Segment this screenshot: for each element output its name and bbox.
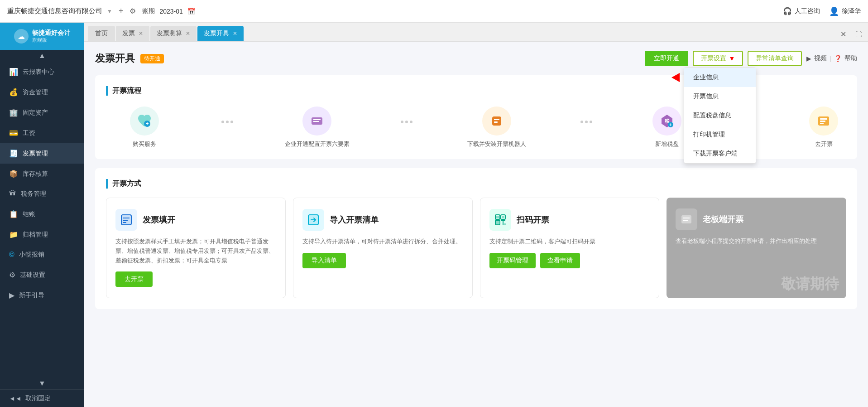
method-scan-btn2[interactable]: 查看申请 [540, 253, 580, 268]
red-arrow-icon [671, 73, 680, 82]
sidebar-item-fixed-assets[interactable]: 🏢 固定资产 [0, 102, 84, 123]
sidebar-item-archive[interactable]: 📁 归档管理 [0, 224, 84, 245]
svg-rect-14 [820, 121, 825, 122]
flow-connector-3 [533, 121, 640, 123]
method-import-desc: 支持导入待开票清单，可对待开票清单进行拆分、合并处理。 [302, 237, 463, 247]
method-manual-desc: 支持按照发票样式手工填开发票；可开具增值税电子普通发票、增值税普通发票、增值税专… [115, 237, 276, 265]
svg-rect-6 [494, 119, 499, 120]
flow-step-1: + 购买服务 [115, 107, 174, 148]
settings-icon: ⚙ [9, 271, 15, 279]
dropdown-item-printer-mgmt[interactable]: 打印机管理 [684, 125, 756, 144]
boss-watermark: 敬请期待 [781, 276, 839, 291]
company-name[interactable]: 重庆畅捷交通信息咨询有限公司 [7, 7, 102, 15]
method-card-import: 导入开票清单 支持导入待开票清单，可对待开票清单进行拆分、合并处理。 导入清单 [293, 198, 473, 298]
abnormal-list-btn[interactable]: 异常清单查询 [748, 51, 802, 66]
tab-invoice-close[interactable]: ✕ [139, 30, 143, 37]
sidebar-item-settlement[interactable]: 📋 结账 [0, 204, 84, 224]
xiaochange-icon: © [9, 251, 14, 259]
calendar-icon[interactable]: 📅 [187, 8, 195, 15]
method-boss-header: 老板端开票 [676, 208, 837, 230]
page-title-row: 发票开具 待开通 [95, 52, 164, 65]
logo-icon: ☁ [14, 29, 29, 44]
tab-invoice-issue-close[interactable]: ✕ [233, 30, 237, 37]
play-icon[interactable]: ▶ [806, 55, 811, 62]
status-badge: 待开通 [140, 54, 164, 63]
method-card-manual: 发票填开 支持按照发票样式手工填开发票；可开具增值税电子普通发票、增值税普通发票… [106, 198, 286, 298]
tab-bar-actions: ✕ ⛶ [838, 29, 864, 41]
method-manual-header: 发票填开 [115, 209, 276, 231]
settings-dropdown-menu: 企业信息 开票信息 配置税盘信息 打印机管理 [684, 68, 756, 164]
video-btn[interactable]: 视频 [814, 54, 827, 63]
inventory-icon: 📦 [9, 170, 18, 178]
cloud-report-icon: 📊 [9, 68, 18, 76]
flow-icon-3 [482, 107, 511, 136]
svg-rect-32 [681, 215, 691, 223]
sidebar-item-xiaochange[interactable]: © 小畅报销 [0, 245, 84, 265]
method-boss-icon [676, 208, 697, 230]
dropdown-item-tax-disk-config[interactable]: 配置税盘信息 [684, 106, 756, 125]
tab-invoice-issue[interactable]: 发票开具 ✕ [197, 26, 244, 41]
expand-tab-btn[interactable]: ⛶ [853, 30, 864, 39]
period-label: 账期 [142, 7, 155, 15]
dropdown-item-company-info[interactable]: 企业信息 [684, 68, 756, 87]
method-scan-btn1[interactable]: 开票码管理 [489, 253, 536, 268]
method-scan-title: 扫码开票 [517, 214, 549, 225]
content-area: 首页 发票 ✕ 发票测算 ✕ 发票开具 ✕ ✕ ⛶ [84, 23, 868, 407]
method-import-btn[interactable]: 导入清单 [302, 253, 346, 268]
fixed-assets-icon: 🏢 [9, 108, 18, 117]
settings-btn[interactable]: 开票设置 ▼ [693, 51, 743, 66]
sidebar-item-cloud-report[interactable]: 📊 云报表中心 [0, 62, 84, 82]
sidebar-item-new-user-guide[interactable]: ▶ 新手引导 [0, 285, 84, 305]
method-card-scan: 扫码开票 支持定制开票二维码，客户端可扫码开票 开票码管理 查看申请 [480, 198, 660, 298]
method-scan-btns: 开票码管理 查看申请 [489, 253, 650, 268]
user-info[interactable]: 👤 徐泽华 [829, 6, 861, 16]
tab-bar: 首页 发票 ✕ 发票测算 ✕ 发票开具 ✕ ✕ ⛶ [84, 23, 868, 42]
method-manual-title: 发票填开 [143, 214, 175, 225]
help-btn[interactable]: 帮助 [844, 54, 857, 63]
dropdown-item-download-client[interactable]: 下载开票客户端 [684, 144, 756, 163]
guide-icon: ▶ [9, 291, 14, 300]
topbar-settings-icon[interactable]: ⚙ [129, 7, 136, 15]
methods-grid: 发票填开 支持按照发票样式手工填开发票；可开具增值税电子普通发票、增值税普通发票… [106, 198, 846, 298]
close-tab-btn[interactable]: ✕ [838, 29, 849, 39]
sidebar-scroll-down[interactable]: ▼ [0, 378, 84, 389]
method-boss-desc: 查看老板端小程序提交的开票申请，并作出相应的处理 [676, 237, 837, 246]
method-manual-btn[interactable]: 去开票 [115, 271, 153, 287]
period-value: 2023-01 [159, 8, 182, 15]
logo-sub: 旗舰版 [32, 37, 70, 44]
svg-text:+: + [145, 121, 149, 127]
method-import-title: 导入开票清单 [330, 214, 379, 225]
activate-btn[interactable]: 立即开通 [645, 51, 688, 66]
salary-icon: 💳 [9, 129, 18, 137]
company-dropdown-icon[interactable]: ▼ [107, 8, 112, 15]
sidebar-scroll-up[interactable]: ▲ [0, 50, 84, 62]
method-import-icon [302, 209, 324, 231]
tab-invoice[interactable]: 发票 ✕ [116, 26, 149, 41]
support-btn[interactable]: 🎧 人工咨询 [783, 7, 820, 15]
settings-dropdown-container: 开票设置 ▼ 企业信息 [693, 51, 743, 66]
sidebar-item-salary[interactable]: 💳 工资 [0, 123, 84, 143]
dropdown-item-invoice-info[interactable]: 开票信息 [684, 87, 756, 106]
archive-icon: 📁 [9, 230, 18, 239]
page-title: 发票开具 [95, 52, 135, 65]
sidebar-item-fund-mgmt[interactable]: 💰 资金管理 [0, 82, 84, 102]
method-boss-title: 老板端开票 [703, 214, 743, 225]
tab-home[interactable]: 首页 [88, 26, 115, 41]
sidebar-item-basic-settings[interactable]: ⚙ 基础设置 [0, 265, 84, 285]
page-content: 发票开具 待开通 立即开通 开票设置 ▼ [84, 42, 868, 407]
sidebar-unpin-btn[interactable]: ◄◄ 取消固定 [0, 389, 84, 407]
method-manual-icon [115, 209, 137, 231]
topbar: 重庆畅捷交通信息咨询有限公司 ▼ + ⚙ 账期 2023-01 📅 🎧 人工咨询… [0, 0, 868, 23]
tab-invoice-calc-close[interactable]: ✕ [186, 30, 190, 37]
topbar-right: 🎧 人工咨询 👤 徐泽华 [783, 6, 861, 16]
method-scan-desc: 支持定制开票二维码，客户端可扫码开票 [489, 237, 650, 247]
sidebar-item-invoice-mgmt[interactable]: 🧾 发票管理 [0, 143, 84, 164]
svg-rect-31 [504, 223, 506, 225]
fund-icon: 💰 [9, 88, 18, 97]
flow-icon-4: 税 + [652, 107, 681, 136]
sidebar-item-inventory[interactable]: 📦 库存核算 [0, 164, 84, 184]
sidebar-item-tax-mgmt[interactable]: 🏛 税务管理 [0, 184, 84, 204]
topbar-add-icon[interactable]: + [117, 6, 125, 16]
tab-invoice-calc[interactable]: 发票测算 ✕ [150, 26, 197, 41]
svg-rect-7 [494, 121, 498, 123]
